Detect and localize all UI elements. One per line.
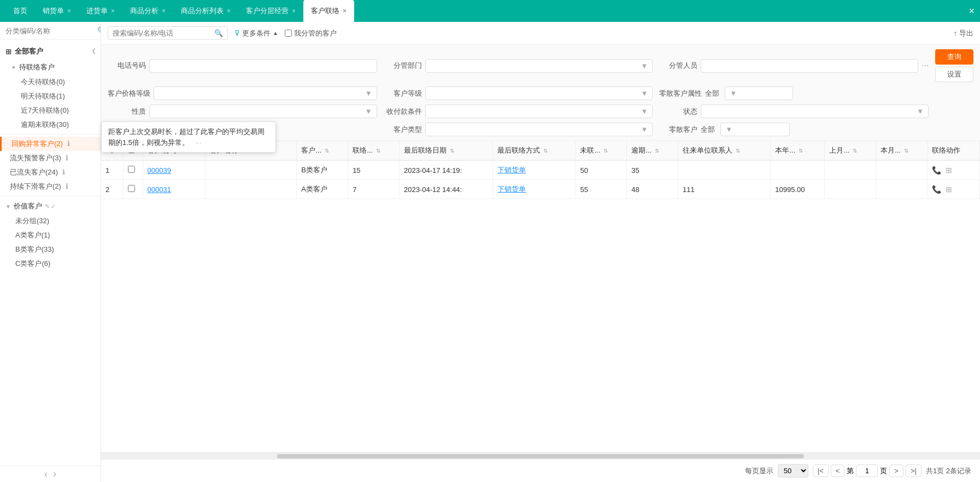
nav-customer-tier[interactable]: 客户分层经营 ×	[238, 0, 303, 22]
close-customer-tier-icon[interactable]: ×	[292, 7, 296, 15]
filter-cell-status: 状态 ▼	[659, 104, 929, 118]
prev-page-button[interactable]: <	[831, 464, 845, 477]
sort-this-month-icon[interactable]: ⇅	[904, 148, 908, 154]
row2-checkbox[interactable]	[128, 185, 135, 192]
close-sales-icon[interactable]: ×	[67, 7, 71, 15]
check-icon: ✓	[51, 203, 56, 210]
sidebar-value-title[interactable]: ▼ 价值客户 ✎ ✓	[0, 199, 101, 214]
global-close-button[interactable]: ×	[969, 5, 975, 17]
export-button[interactable]: ↑ 导出	[954, 28, 974, 38]
nav-product-analysis[interactable]: 商品分析 ×	[122, 0, 173, 22]
filter-cell-nature: 性质 ▼	[108, 104, 377, 118]
sidebar-item-today[interactable]: 今天待联络(0)	[5, 75, 101, 89]
sort-last-month-icon[interactable]: ⇅	[853, 148, 857, 154]
cell-code-2[interactable]: 000031	[143, 180, 206, 199]
status-arrow-icon: ▼	[917, 107, 924, 115]
sidebar-item-a-class[interactable]: A类客户(1)	[0, 228, 101, 242]
my-customer-check[interactable]	[285, 30, 292, 37]
tooltip-dots[interactable]: ···	[195, 138, 201, 147]
filter-icon: ⊽	[234, 29, 240, 37]
payment-select[interactable]: ▼	[425, 104, 653, 118]
more-action-icon-2[interactable]: ⊞	[946, 185, 952, 194]
cell-last-method-1[interactable]: 下销货单	[493, 160, 576, 180]
edit-icon[interactable]: ✎	[45, 203, 50, 210]
horizontal-scrollbar[interactable]	[101, 452, 980, 459]
settings-button[interactable]: 设置	[935, 67, 973, 82]
price-level-select[interactable]: ▼	[154, 86, 377, 100]
more-filter-button[interactable]: ⊽ 更多条件 ▲	[234, 28, 278, 38]
phone-action-icon-2[interactable]: 📞	[932, 185, 941, 194]
sort-uncontacted-icon[interactable]: ⇅	[603, 148, 608, 154]
sort-contact-icon[interactable]: ⇅	[376, 148, 380, 154]
sort-last-date-icon[interactable]: ⇅	[450, 148, 454, 154]
th-this-year: 本年... ⇅	[771, 141, 825, 160]
nature-select[interactable]: ▼	[149, 104, 377, 118]
manager-input[interactable]	[701, 59, 918, 73]
cell-uncontacted-1: 50	[576, 160, 627, 180]
nav-home[interactable]: 首页	[5, 0, 35, 22]
sidebar-item-declining[interactable]: 持续下滑客户(2) ℹ	[0, 179, 101, 194]
manager-dots-icon[interactable]: ···	[922, 61, 929, 71]
sidebar-collapse-button[interactable]: 《	[89, 48, 95, 56]
retail-attr-select[interactable]: ▼	[725, 86, 793, 100]
row1-checkbox[interactable]	[128, 166, 135, 173]
sidebar-search-input[interactable]	[5, 27, 97, 35]
nav-sales[interactable]: 销货单 ×	[35, 0, 79, 22]
main-search-input[interactable]	[113, 29, 214, 37]
sidebar-item-7days[interactable]: 近7天待联络(0)	[5, 103, 101, 118]
sort-level-icon[interactable]: ⇅	[325, 148, 329, 154]
phone-input[interactable]	[149, 59, 377, 73]
th-last-method: 最后联络方式 ⇅	[493, 141, 576, 160]
dept-select[interactable]: ▼	[425, 59, 653, 73]
my-customer-checkbox: 我分管的客户	[285, 28, 337, 38]
close-product-analysis-icon[interactable]: ×	[162, 7, 166, 15]
per-page-select[interactable]: 50 100 200	[778, 464, 808, 478]
customer-type-select[interactable]: ▼	[425, 123, 653, 136]
query-button[interactable]: 查询	[935, 49, 973, 65]
close-purchase-icon[interactable]: ×	[111, 7, 115, 15]
customer-level-select[interactable]: ▼	[425, 86, 653, 100]
status-select[interactable]: ▼	[701, 104, 929, 118]
retail-select[interactable]: ▼	[720, 123, 790, 136]
sidebar-item-repurchase-abnormal[interactable]: 回购异常客户(2) ℹ	[0, 137, 101, 151]
th-last-date: 最后联络日期 ⇅	[399, 141, 492, 160]
nav-product-list[interactable]: 商品分析列表 ×	[173, 0, 238, 22]
sidebar-item-tomorrow[interactable]: 明天待联络(1)	[5, 89, 101, 103]
cell-code-1[interactable]: 000039	[143, 160, 206, 180]
sidebar-item-overdue[interactable]: 逾期未联络(30)	[5, 118, 101, 132]
filter-cell-manager: 分管人员 ···	[659, 59, 929, 73]
sidebar-scroll-left-icon[interactable]: ‹	[44, 468, 48, 480]
nav-customer-contact[interactable]: 客户联络 ×	[303, 0, 354, 22]
sort-overdue-icon[interactable]: ⇅	[655, 148, 659, 154]
sort-last-method-icon[interactable]: ⇅	[543, 148, 548, 154]
sidebar-item-ungroup[interactable]: 未分组(32)	[0, 214, 101, 228]
sidebar-item-churn-warning[interactable]: 流失预警客户(3) ℹ	[0, 151, 101, 165]
sort-contact2-icon[interactable]: ⇅	[736, 148, 740, 154]
more-action-icon[interactable]: ⊞	[946, 166, 952, 175]
first-page-button[interactable]: |<	[813, 464, 829, 477]
sort-this-year-icon[interactable]: ⇅	[799, 148, 803, 154]
action-icons-1: 📞 ⊞	[932, 166, 975, 175]
next-page-button[interactable]: >	[889, 464, 903, 477]
sidebar-search-icon[interactable]: 🔍	[97, 26, 101, 35]
page-nav: |< < 第 页 > >|	[813, 464, 922, 477]
close-customer-contact-icon[interactable]: ×	[343, 7, 347, 15]
phone-action-icon[interactable]: 📞	[932, 166, 941, 175]
sidebar-group-pending-title[interactable]: ▼ 待联络客户	[5, 60, 101, 75]
scroll-thumb[interactable]	[277, 454, 805, 458]
filter-bar: 🔍 ⊽ 更多条件 ▲ 我分管的客户 ↑ 导出	[101, 22, 980, 45]
page-number-input[interactable]	[856, 464, 878, 477]
cell-last-method-2[interactable]: 下销货单	[493, 180, 576, 199]
close-product-list-icon[interactable]: ×	[227, 7, 231, 15]
sidebar-scroll-right-icon[interactable]: ›	[53, 468, 56, 480]
cell-actions-1: 📞 ⊞	[927, 160, 979, 180]
sidebar-item-churned[interactable]: 已流失客户(24) ℹ	[0, 165, 101, 179]
pagination-bar: 每页显示 50 100 200 |< < 第 页 > >| 共1页 2条记录	[101, 459, 980, 482]
sidebar-item-c-class[interactable]: C类客户(6)	[0, 257, 101, 271]
sidebar-item-b-class[interactable]: B类客户(33)	[0, 242, 101, 257]
main-search-icon[interactable]: 🔍	[214, 29, 223, 37]
last-page-button[interactable]: >|	[906, 464, 922, 477]
nav-purchase[interactable]: 进货单 ×	[79, 0, 122, 22]
sidebar-root-all-customers[interactable]: ⊞ 全部客户 《	[0, 43, 101, 60]
manager-label: 分管人员	[659, 61, 697, 71]
